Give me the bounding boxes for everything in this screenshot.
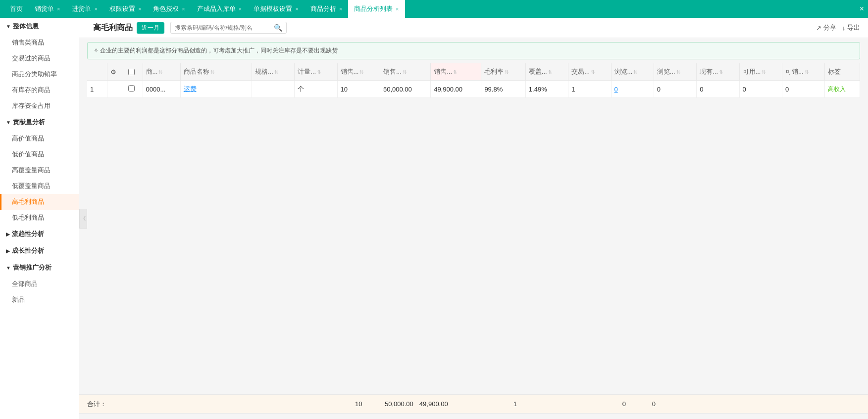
close-nav-item-1[interactable]: × [57,6,60,12]
footer-filler2 [540,400,580,408]
footer-label: 合计： [87,400,106,409]
col-saleable[interactable]: 可销...⇅ [782,63,824,81]
close-nav-item-5[interactable]: × [239,6,242,12]
col-checkbox[interactable] [125,63,143,81]
close-window-button[interactable]: × [860,4,864,13]
col-saleamount[interactable]: 销售...⇅ [380,63,430,81]
arrow-icon-marketing: ▼ [6,265,11,271]
sort-icon-spec: ⇅ [274,69,278,75]
select-all-checkbox[interactable] [128,69,135,75]
sort-icon-browse1: ⇅ [633,69,637,75]
nav-role-auth[interactable]: 角色授权 × [147,0,191,18]
nav-home[interactable]: 首页 [4,0,29,18]
page-title: 高毛利商品 [93,23,133,33]
sidebar-item-new-goods[interactable]: 新品 [0,292,79,308]
cell-saleprofit: 49,900.00 [431,81,481,98]
bottom-scrollbar[interactable] [79,413,868,419]
sort-icon-browse2: ⇅ [676,69,680,75]
col-unit[interactable]: 计量...⇅ [295,63,337,81]
col-coverage[interactable]: 覆盖...⇅ [525,63,568,81]
col-browse1[interactable]: 浏览...⇅ [611,63,654,81]
nav-doc-template[interactable]: 单据模板设置 × [248,0,304,18]
arrow-icon-overall: ▼ [6,24,11,29]
col-available[interactable]: 可用...⇅ [739,63,782,81]
cell-index: 1 [87,81,107,98]
main-layout: ▼ 整体信息 销售类商品 交易过的商品 商品分类助销率 有库存的商品 库存资金占… [0,18,868,419]
col-browse2[interactable]: 浏览...⇅ [654,63,696,81]
data-table: ⚙ 商...⇅ 商品名称⇅ 规格...⇅ 计量...⇅ 销售...⇅ 销售...… [87,63,860,98]
sidebar: ▼ 整体信息 销售类商品 交易过的商品 商品分类助销率 有库存的商品 库存资金占… [0,18,79,419]
table-header-row: ⚙ 商...⇅ 商品名称⇅ 规格...⇅ 计量...⇅ 销售...⇅ 销售...… [87,63,860,81]
nav-purchase-order[interactable]: 进货单 × [66,0,103,18]
search-icon[interactable]: 🔍 [274,24,282,32]
footer-current: 0 [619,400,649,408]
sidebar-item-low-margin[interactable]: 低毛利商品 [0,210,79,226]
cell-checkbox[interactable] [125,81,143,98]
cell-name[interactable]: 运费 [180,81,252,98]
arrow-icon-growth: ▶ [6,248,10,254]
search-input[interactable] [175,24,274,31]
sort-icon-grossmargin: ⇅ [505,69,509,75]
col-code[interactable]: 商...⇅ [143,63,180,81]
export-icon: ↓ [842,24,846,32]
sidebar-group-trend[interactable]: ▶ 流趋性分析 [0,226,79,242]
col-name[interactable]: 商品名称⇅ [180,63,252,81]
close-nav-item-8[interactable]: × [396,6,399,12]
col-tag[interactable]: 标签 [825,63,860,81]
content-area: 《 高毛利商品 近一月 🔍 ↗ 分享 ↓ 导出 ✧ 企业的主要的利 [79,18,868,419]
sidebar-item-high-margin[interactable]: 高毛利商品 [0,194,79,210]
sidebar-item-high-value[interactable]: 高价值商品 [0,131,79,146]
row-checkbox[interactable] [128,85,135,92]
sidebar-group-overall[interactable]: ▼ 整体信息 [0,18,79,35]
sort-icon-saleqty: ⇅ [359,69,363,75]
col-transaction[interactable]: 交易...⇅ [568,63,611,81]
close-nav-item-2[interactable]: × [94,6,97,12]
header-actions: ↗ 分享 ↓ 导出 [816,23,861,32]
sidebar-item-capital[interactable]: 库存资金占用 [0,98,79,114]
sort-icon-available: ⇅ [762,69,766,75]
cell-code: 0000... [143,81,180,98]
nav-product-analysis[interactable]: 商品分析 × [305,0,348,18]
sidebar-collapse-button[interactable]: 《 [79,209,87,229]
col-settings[interactable]: ⚙ [107,63,125,81]
close-nav-item-7[interactable]: × [339,6,342,12]
footer-saleprofit: 49,900.00 [416,400,451,408]
close-nav-item-4[interactable]: × [182,6,185,12]
sidebar-item-sales-goods[interactable]: 销售类商品 [0,35,79,50]
sidebar-item-low-coverage[interactable]: 低覆盖量商品 [0,178,79,194]
sidebar-item-high-coverage[interactable]: 高覆盖量商品 [0,162,79,178]
col-current[interactable]: 现有...⇅ [697,63,739,81]
sidebar-item-category-assist[interactable]: 商品分类助销率 [0,66,79,82]
footer-filler1 [451,400,511,408]
sidebar-item-traded-goods[interactable]: 交易过的商品 [0,50,79,66]
sort-icon-coverage: ⇅ [548,69,552,75]
cell-spec [252,81,294,98]
cell-saleqty: 10 [337,81,380,98]
sidebar-item-in-stock[interactable]: 有库存的商品 [0,82,79,98]
share-button[interactable]: ↗ 分享 [816,23,836,32]
cell-saleamount: 50,000.00 [380,81,430,98]
cell-saleable: 0 [782,81,824,98]
sidebar-group-marketing[interactable]: ▼ 营销推广分析 [0,259,79,276]
nav-product-analysis-list[interactable]: 商品分析列表 × [348,0,405,18]
col-saleqty[interactable]: 销售...⇅ [337,63,380,81]
cell-browse1[interactable]: 0 [611,81,654,98]
sidebar-group-contribution[interactable]: ▼ 贡献量分析 [0,114,79,131]
content-header: 高毛利商品 近一月 🔍 ↗ 分享 ↓ 导出 [79,18,868,38]
table-footer: 合计： 10 50,000.00 49,900.00 1 0 0 [79,394,868,413]
col-spec[interactable]: 规格...⇅ [252,63,294,81]
sidebar-group-growth[interactable]: ▶ 成长性分析 [0,242,79,259]
nav-product-inbound[interactable]: 产成品入库单 × [191,0,248,18]
close-nav-item-3[interactable]: × [138,6,141,12]
sidebar-item-low-value[interactable]: 低价值商品 [0,146,79,162]
cell-unit: 个 [295,81,337,98]
period-button[interactable]: 近一月 [137,22,164,34]
nav-permission-settings[interactable]: 权限设置 × [103,0,147,18]
close-nav-item-6[interactable]: × [295,6,298,12]
sort-icon-saleamount: ⇅ [403,69,407,75]
export-button[interactable]: ↓ 导出 [842,23,861,32]
nav-sales-order[interactable]: 销货单 × [29,0,66,18]
sidebar-item-all-goods[interactable]: 全部商品 [0,276,79,292]
col-grossmargin[interactable]: 毛利率⇅ [481,63,525,81]
col-saleprofit[interactable]: 销售...⇅ [431,63,481,81]
